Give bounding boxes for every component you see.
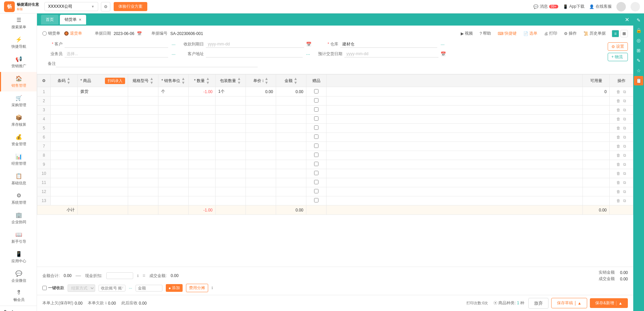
row-quantity[interactable] xyxy=(189,106,216,115)
save-draft-chevron-icon[interactable]: ▲ xyxy=(575,301,581,306)
sidebar-item-search[interactable]: ☰ 搜索菜单 xyxy=(0,13,37,33)
sidebar-bottom[interactable]: ⚙ ◀ xyxy=(0,306,37,311)
tab-sales-order[interactable]: 销货单 ✕ xyxy=(60,15,86,25)
row-amount[interactable] xyxy=(276,142,306,151)
row-spec[interactable] xyxy=(128,151,158,160)
row-pack-qty[interactable] xyxy=(216,178,246,187)
tab-home[interactable]: 首页 xyxy=(41,15,59,25)
due-date-calendar-icon[interactable]: 📅 xyxy=(306,42,311,47)
row-gift[interactable] xyxy=(306,124,327,133)
add-fee-button[interactable]: ● 添加 xyxy=(166,284,183,292)
shortcut-btn[interactable]: ⌨ 快捷键 xyxy=(496,30,519,37)
save-new-chevron-icon[interactable]: ▲ xyxy=(616,301,622,306)
row-copy-icon[interactable]: ⧉ xyxy=(623,135,626,140)
operation-btn[interactable]: ⚙ 操作 xyxy=(562,30,579,37)
row-pack-qty[interactable] xyxy=(216,160,246,169)
row-pack-qty[interactable] xyxy=(216,142,246,151)
row-unit[interactable] xyxy=(158,96,189,106)
row-quantity[interactable] xyxy=(189,142,216,151)
row-amount[interactable] xyxy=(276,106,306,115)
row-barcode[interactable] xyxy=(51,96,78,106)
right-panel-btn-6[interactable]: ☆ xyxy=(634,66,643,75)
row-copy-icon[interactable]: ⧉ xyxy=(623,108,626,112)
radio-return-order[interactable]: 退货单 xyxy=(64,31,82,36)
row-unit[interactable] xyxy=(158,160,189,169)
card-view-btn[interactable]: ⊞ xyxy=(620,30,628,37)
right-panel-btn-7[interactable]: 📋 xyxy=(634,76,643,85)
row-product[interactable] xyxy=(78,169,128,178)
row-amount[interactable] xyxy=(276,169,306,178)
row-copy-icon[interactable]: ⧉ xyxy=(623,198,626,203)
row-unit-price[interactable]: 0.00 xyxy=(246,87,276,96)
date-calendar-icon[interactable]: 📅 xyxy=(137,31,142,36)
radio-sales-order[interactable]: 销货单 xyxy=(42,31,60,36)
row-barcode[interactable] xyxy=(51,133,78,142)
row-spec[interactable] xyxy=(128,87,158,96)
sidebar-item-finance[interactable]: 💰 资金管理 xyxy=(0,130,37,150)
row-copy-icon[interactable]: ⧉ xyxy=(623,144,626,149)
row-spec[interactable] xyxy=(128,96,158,106)
settings-gear-button[interactable]: ⚙ xyxy=(101,2,110,11)
delivery-date-calendar-icon[interactable]: 📅 xyxy=(441,51,446,56)
tab-close-icon[interactable]: ✕ xyxy=(79,18,81,22)
row-gift[interactable] xyxy=(306,87,327,96)
row-barcode[interactable] xyxy=(51,115,78,124)
row-unit-price[interactable] xyxy=(246,115,276,124)
row-unit[interactable] xyxy=(158,115,189,124)
row-pack-qty[interactable] xyxy=(216,124,246,133)
row-spec[interactable] xyxy=(128,169,158,178)
row-quantity[interactable] xyxy=(189,196,216,205)
row-spec[interactable] xyxy=(128,196,158,205)
save-new-button[interactable]: 保存&新增 ▲ xyxy=(590,298,628,308)
customer-more-icon[interactable]: ··· xyxy=(170,42,177,47)
row-unit[interactable] xyxy=(158,169,189,178)
row-barcode[interactable] xyxy=(51,196,78,205)
row-copy-icon[interactable]: ⧉ xyxy=(623,189,626,194)
tab-close-button[interactable]: ✕ xyxy=(625,16,629,23)
sidebar-item-guide[interactable]: 📖 新手引导 xyxy=(0,228,37,247)
message-button[interactable]: 💬 消息 99+ xyxy=(533,4,558,9)
row-copy-icon[interactable]: ⧉ xyxy=(623,126,626,130)
row-unit-price[interactable] xyxy=(246,124,276,133)
company-selector[interactable]: XXXXXX公司 ▼ xyxy=(44,2,98,11)
row-gift[interactable] xyxy=(306,106,327,115)
row-pack-qty[interactable] xyxy=(216,187,246,196)
row-amount[interactable] xyxy=(276,96,306,106)
table-view-btn[interactable]: ≡ xyxy=(612,30,619,37)
online-service-button[interactable]: 👤 在线客服 xyxy=(589,4,612,9)
row-quantity[interactable] xyxy=(189,115,216,124)
row-barcode[interactable] xyxy=(51,151,78,160)
row-amount[interactable] xyxy=(276,133,306,142)
row-quantity[interactable] xyxy=(189,187,216,196)
row-pack-qty[interactable] xyxy=(216,169,246,178)
row-barcode[interactable] xyxy=(51,169,78,178)
row-spec[interactable] xyxy=(128,178,158,187)
row-copy-icon[interactable]: ⧉ xyxy=(623,89,626,94)
select-btn[interactable]: 📄 选单 xyxy=(521,30,539,37)
print-btn[interactable]: 🖨 打印 xyxy=(542,30,559,37)
sidebar-item-wechat[interactable]: 💬 企业微信 xyxy=(0,267,37,286)
row-pack-qty[interactable]: 1个 xyxy=(216,87,246,96)
sidebar-item-quick-nav[interactable]: ⚡ 快捷导航 xyxy=(0,33,37,52)
row-product[interactable] xyxy=(78,106,128,115)
sales-radio-input[interactable] xyxy=(42,31,47,36)
right-panel-btn-5[interactable]: ✎ xyxy=(634,56,643,65)
row-product[interactable] xyxy=(78,133,128,142)
row-product[interactable] xyxy=(78,151,128,160)
row-gift[interactable] xyxy=(306,187,327,196)
row-unit[interactable] xyxy=(158,124,189,133)
return-radio-input[interactable] xyxy=(64,31,69,36)
row-barcode[interactable] xyxy=(51,178,78,187)
avatar[interactable] xyxy=(616,2,626,11)
delivery-date-input[interactable] xyxy=(344,50,439,57)
row-unit-price[interactable] xyxy=(246,151,276,160)
row-delete-icon[interactable]: 🗑 xyxy=(616,180,620,185)
row-copy-icon[interactable]: ⧉ xyxy=(623,171,626,176)
customer-input[interactable] xyxy=(65,41,168,48)
sidebar-item-member[interactable]: 🎖 畅会员 xyxy=(0,286,37,306)
row-quantity[interactable] xyxy=(189,169,216,178)
scan-button[interactable]: 扫码录入 xyxy=(105,78,125,84)
row-unit[interactable] xyxy=(158,106,189,115)
row-quantity[interactable] xyxy=(189,124,216,133)
row-product[interactable] xyxy=(78,124,128,133)
